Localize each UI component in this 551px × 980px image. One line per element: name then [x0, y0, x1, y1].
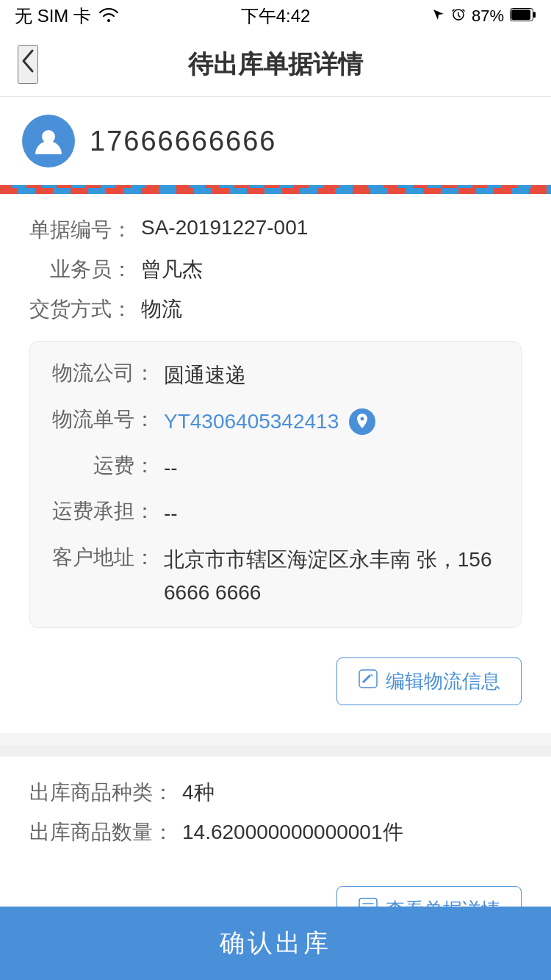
doc-number-row: 单据编号： SA-20191227-001	[29, 216, 522, 244]
status-right: 87%	[432, 7, 536, 26]
status-bar: 无 SIM 卡 下午4:42	[0, 0, 551, 32]
goods-type-value: 4种	[182, 779, 215, 807]
time-label: 下午4:42	[241, 4, 311, 28]
delivery-method-label: 交货方式：	[29, 295, 132, 323]
back-button[interactable]	[18, 45, 38, 84]
document-info-section: 单据编号： SA-20191227-001 业务员： 曾凡杰 交货方式： 物流 …	[0, 194, 551, 733]
tracking-row: 物流单号： YT4306405342413	[52, 406, 499, 439]
tracking-value: YT4306405342413	[164, 406, 499, 439]
goods-type-label: 出库商品种类：	[29, 779, 173, 807]
carrier-label: 无 SIM 卡	[15, 4, 91, 28]
customer-header: 17666666666	[0, 97, 551, 188]
tracking-label: 物流单号：	[52, 406, 155, 433]
freight-bearer-label: 运费承担：	[52, 497, 155, 525]
address-row: 客户地址： 北京市市辖区海淀区永丰南 张，156 6666 6666	[52, 544, 499, 610]
salesperson-row: 业务员： 曾凡杰	[29, 256, 522, 284]
freight-label: 运费：	[52, 452, 155, 480]
freight-value: --	[164, 452, 499, 485]
avatar	[22, 115, 75, 167]
salesperson-value: 曾凡杰	[141, 256, 522, 284]
alarm-icon	[451, 7, 466, 26]
address-label: 客户地址：	[52, 544, 155, 572]
confirm-outbound-button[interactable]: 确认出库	[220, 926, 331, 960]
goods-quantity-row: 出库商品数量： 14.620000000000001件	[29, 818, 522, 846]
svg-rect-3	[533, 12, 536, 18]
nav-bar: 待出库单据详情	[0, 32, 551, 97]
delivery-method-row: 交货方式： 物流	[29, 295, 522, 323]
svg-rect-2	[511, 10, 530, 20]
status-left: 无 SIM 卡	[15, 4, 119, 28]
location-pin-icon[interactable]	[349, 408, 375, 435]
location-arrow-icon	[432, 7, 445, 26]
goods-section: 出库商品种类： 4种 出库商品数量： 14.620000000000001件	[0, 757, 551, 868]
logistics-company-value: 圆通速递	[164, 359, 499, 392]
goods-type-row: 出库商品种类： 4种	[29, 779, 522, 807]
battery-label: 87%	[472, 7, 504, 26]
salesperson-label: 业务员：	[29, 256, 132, 284]
goods-quantity-value: 14.620000000000001件	[182, 818, 403, 846]
logistics-card: 物流公司： 圆通速递 物流单号： YT4306405342413 运费： --	[29, 341, 522, 628]
page-title: 待出库单据详情	[188, 48, 363, 82]
freight-bearer-row: 运费承担： --	[52, 497, 499, 530]
section-divider	[0, 745, 551, 757]
edit-icon	[358, 669, 378, 694]
logistics-company-label: 物流公司：	[52, 359, 155, 387]
address-value: 北京市市辖区海淀区永丰南 张，156 6666 6666	[164, 544, 499, 610]
logistics-company-row: 物流公司： 圆通速递	[52, 359, 499, 392]
freight-bearer-value: --	[164, 497, 499, 530]
edit-logistics-button[interactable]: 编辑物流信息	[336, 657, 522, 705]
freight-row: 运费： --	[52, 452, 499, 485]
customer-phone: 17666666666	[90, 126, 276, 157]
doc-number-label: 单据编号：	[29, 216, 132, 244]
wifi-icon	[98, 6, 119, 26]
bottom-bar: 确认出库	[0, 907, 551, 980]
dashed-divider	[0, 188, 551, 194]
doc-number-value: SA-20191227-001	[141, 216, 522, 239]
delivery-method-value: 物流	[141, 295, 522, 323]
battery-icon	[510, 7, 536, 26]
edit-logistics-label: 编辑物流信息	[386, 669, 500, 694]
goods-quantity-label: 出库商品数量：	[29, 818, 173, 846]
edit-logistics-container: 编辑物流信息	[29, 646, 522, 711]
